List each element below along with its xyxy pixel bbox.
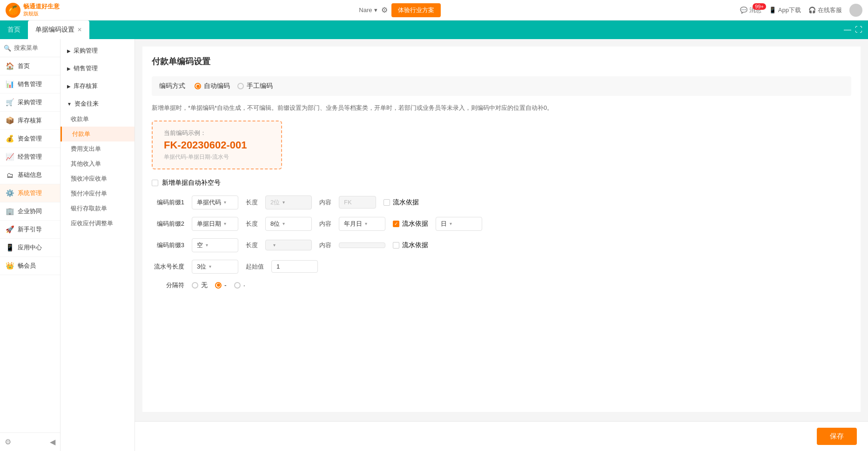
prefix-3-serial-checkbox[interactable] [393,242,399,249]
search-menu-button[interactable]: 🔍 搜索菜单 [0,39,60,57]
sidebar-item-apps[interactable]: 📱 应用中心 [0,239,60,257]
sidebar-item-member-label: 畅会员 [18,262,36,270]
sidebar-item-enterprise[interactable]: 🏢 企业协同 [0,202,60,221]
sub-item-other-income[interactable]: 其他收入单 [61,156,135,171]
sidebar-item-operations[interactable]: 📈 经营管理 [0,148,60,166]
arrow-right-icon3: ▶ [67,84,71,89]
prefix-3-serial-label: 流水依据 [402,241,428,249]
prefix-3-type-select[interactable]: 空 ▾ [192,238,238,252]
sub-group-funds-title[interactable]: ▼ 资金往来 [61,96,135,112]
tab-code-settings[interactable]: 单据编码设置 ✕ [28,20,89,39]
sidebar-item-inventory-label: 库存核算 [18,116,42,125]
radio-manual[interactable]: 手工编码 [237,82,273,90]
sidebar-item-member[interactable]: 👑 畅会员 [0,257,60,275]
online-service-button[interactable]: 🎧 在线客服 [808,6,842,14]
encode-method-label: 编码方式 [159,82,185,90]
sub-item-receipt[interactable]: 收款单 [61,112,135,127]
chevron-down-icon-p2s: ▾ [450,221,452,226]
chevron-down-icon-p1l: ▾ [283,200,285,205]
sub-item-bank-deposit[interactable]: 银行存取款单 [61,201,135,216]
app-download-label: App下载 [778,6,801,14]
code-example-label: 当前编码示例： [164,129,270,137]
prefix-2-content-select[interactable]: 年月日 ▾ [339,217,385,231]
prefix-2-serial-checkbox[interactable]: ✓ [393,221,399,227]
prefix-1-type-select[interactable]: 单据代码 ▾ [192,195,238,209]
sidebar-item-home[interactable]: 🏠 首页 [0,57,60,75]
sub-group-inventory-title[interactable]: ▶ 库存核算 [61,78,135,94]
messages-button[interactable]: 💬 消息 99+ [740,6,761,14]
search-label: 搜索菜单 [14,44,38,52]
tab-home[interactable]: 首页 [0,20,28,39]
sub-item-advance-receivable[interactable]: 预收冲应收单 [61,171,135,186]
serial-length-select[interactable]: 3位 ▾ [192,260,238,274]
maximize-icon[interactable]: ⛶ [855,26,862,34]
chevron-down-icon-p2: ▾ [224,221,226,226]
prefix-2-serial-group: ✓ 流水依据 [393,220,428,228]
settings-bottom-icon[interactable]: ⚙ [5,438,11,446]
serial-length-row: 流水号长度 3位 ▾ 起始值 [152,260,851,274]
sidebar-item-system[interactable]: ⚙️ 系统管理 [0,184,60,202]
logo-text-block: 畅通道好生意 旗舰版 [23,3,60,17]
sub-group-sales: ▶ 销售管理 [61,61,135,76]
prefix-row-3-label: 编码前缀3 [152,241,184,249]
online-service-label: 在线客服 [818,6,842,14]
auto-fill-checkbox[interactable] [152,180,158,186]
sub-group-sales-label: 销售管理 [74,64,98,73]
sales-icon: 📊 [6,80,14,88]
home-icon: 🏠 [6,62,14,70]
gear-icon[interactable]: ⚙ [381,6,388,14]
content-inner: 付款单编码设置 编码方式 自动编码 手工编码 [142,47,861,412]
prefix-1-serial-label: 流水依据 [393,198,419,207]
sidebar-item-inventory[interactable]: 📦 库存核算 [0,112,60,130]
logo-area: 🍊 畅通道好生意 旗舰版 [6,3,60,18]
prefix-2-serial-select[interactable]: 日 ▾ [436,217,482,231]
prefix-2-length-select[interactable]: 8位 ▾ [265,217,312,231]
sub-group-purchase-title[interactable]: ▶ 采购管理 [61,43,135,59]
prefix-2-content-value: 年月日 [344,220,362,228]
separator-dot[interactable]: · [234,282,245,289]
sub-item-advance-payable[interactable]: 预付冲应付单 [61,186,135,201]
trial-button[interactable]: 体验行业方案 [391,3,441,17]
sidebar-item-funds[interactable]: 💰 资金管理 [0,130,60,148]
sub-item-payment[interactable]: 付款单 [61,127,135,141]
sidebar-item-base-info[interactable]: 🗂 基础信息 [0,166,60,184]
sub-group-sales-title[interactable]: ▶ 销售管理 [61,61,135,76]
start-value-input[interactable] [271,260,318,273]
funds-icon: 💰 [6,135,14,143]
message-icon: 💬 [740,7,747,13]
prefix-1-serial-checkbox[interactable] [384,199,390,206]
collapse-icon[interactable]: ◀ [50,438,55,446]
radio-auto-label: 自动编码 [204,82,230,90]
chevron-down-icon-p3: ▾ [206,242,208,248]
save-button[interactable]: 保存 [817,428,857,445]
prefix-row-2: 编码前缀2 单据日期 ▾ 长度 8位 ▾ 内容 年月日 ▾ ✓ 流水依据 [152,217,851,231]
topbar-center: Nare ▾ ⚙ 体验行业方案 [359,3,440,17]
chevron-down-icon: ▾ [374,7,377,13]
member-icon: 👑 [6,262,14,270]
radio-auto[interactable]: 自动编码 [195,82,230,90]
dropdown-button[interactable]: Nare ▾ [359,7,377,13]
main-layout: 🔍 搜索菜单 🏠 首页 📊 销售管理 🛒 采购管理 📦 库存核算 💰 资金管理 … [0,39,868,451]
prefix-2-content-label: 内容 [319,220,331,228]
prefix-2-type-select[interactable]: 单据日期 ▾ [192,217,238,231]
separator-dash-circle [215,282,222,289]
app-download-button[interactable]: 📱 App下载 [769,6,801,14]
chevron-down-icon-p1: ▾ [224,200,226,205]
tab-close-icon[interactable]: ✕ [77,27,82,33]
prefix-row-1-label: 编码前缀1 [152,198,184,207]
sub-item-adjustment[interactable]: 应收应付调整单 [61,216,135,231]
sidebar-item-guide[interactable]: 🚀 新手引导 [0,221,60,239]
arrow-right-icon2: ▶ [67,66,71,71]
tabbar: 首页 单据编码设置 ✕ — ⛶ [0,20,868,39]
encode-method-radio-group: 自动编码 手工编码 [195,82,273,90]
sub-group-funds: ▼ 资金往来 收款单 付款单 费用支出单 其他收入单 预收冲应收单 预付冲应付单… [61,96,135,231]
sidebar-item-sales[interactable]: 📊 销售管理 [0,75,60,94]
sidebar-item-purchase[interactable]: 🛒 采购管理 [0,94,60,112]
sub-item-expense[interactable]: 费用支出单 [61,141,135,156]
minimize-icon[interactable]: — [844,26,851,34]
user-avatar[interactable] [849,4,862,17]
sub-group-purchase: ▶ 采购管理 [61,43,135,59]
separator-none[interactable]: 无 [192,281,208,289]
separator-dash[interactable]: - [215,282,227,289]
separator-dash-dot [217,283,220,287]
